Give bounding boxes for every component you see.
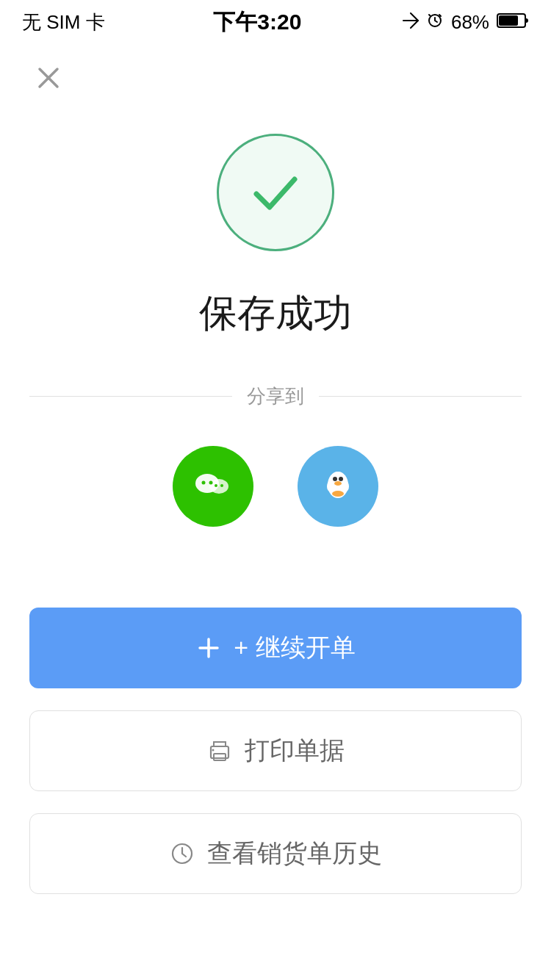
svg-point-14 (339, 477, 343, 481)
svg-point-9 (215, 484, 217, 487)
svg-point-13 (333, 477, 337, 481)
history-icon (169, 840, 195, 867)
share-icons (173, 446, 378, 527)
close-area (0, 44, 551, 104)
print-icon (206, 738, 233, 764)
status-bar: 无 SIM 卡 下午3:20 68% (0, 0, 551, 44)
svg-point-18 (332, 491, 344, 497)
share-label: 分享到 (247, 383, 304, 409)
status-left: 无 SIM 卡 (22, 10, 112, 35)
carrier-label: 无 SIM 卡 (22, 10, 105, 35)
plus-icon (195, 635, 222, 661)
location-icon (403, 11, 419, 34)
wechat-share-button[interactable] (173, 446, 253, 527)
actions: + 继续开单 打印单据 查看销货单历史 (0, 608, 551, 894)
svg-point-6 (209, 479, 228, 494)
success-section: 保存成功 分享到 (0, 104, 551, 608)
print-label: 打印单据 (245, 734, 345, 768)
divider-line-right (319, 396, 522, 397)
status-time: 下午3:20 (213, 7, 301, 37)
status-right: 68% (403, 11, 529, 34)
svg-point-16 (327, 481, 333, 491)
history-label: 查看销货单历史 (207, 837, 382, 871)
svg-point-23 (212, 749, 215, 752)
qq-share-button[interactable] (298, 446, 378, 527)
svg-rect-22 (214, 754, 226, 760)
svg-point-7 (202, 481, 206, 485)
success-circle (217, 134, 334, 251)
print-button[interactable]: 打印单据 (29, 710, 522, 791)
continue-order-button[interactable]: + 继续开单 (29, 608, 522, 688)
svg-point-10 (220, 484, 223, 487)
close-button[interactable] (29, 59, 68, 97)
divider-line-left (29, 396, 232, 397)
battery-icon (497, 11, 529, 34)
alarm-icon (426, 11, 444, 34)
svg-point-8 (209, 481, 213, 485)
svg-point-12 (331, 472, 345, 489)
continue-order-label: + 继续开单 (234, 631, 355, 665)
share-divider: 分享到 (29, 383, 522, 409)
success-title: 保存成功 (199, 288, 352, 339)
svg-point-17 (343, 481, 349, 491)
svg-rect-2 (499, 15, 518, 26)
battery-label: 68% (451, 11, 489, 34)
history-button[interactable]: 查看销货单历史 (29, 813, 522, 894)
svg-point-15 (334, 481, 342, 486)
